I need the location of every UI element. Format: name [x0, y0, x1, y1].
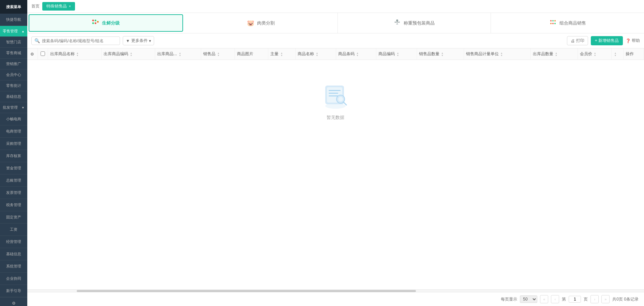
sidebar-item-qiye[interactable]: 企业协同 — [0, 273, 27, 285]
sidebar-item-pifa[interactable]: 批发管理 ▼ — [0, 102, 27, 113]
sidebar-item-jingying[interactable]: 经营管理 — [0, 236, 27, 248]
close-tab-icon[interactable]: × — [69, 4, 71, 8]
sidebar-item-zijin[interactable]: 资金管理 — [0, 162, 27, 174]
sidebar-sub-label: 基础信息 — [6, 94, 21, 98]
column-goods-code[interactable]: 商品编码 ▲▼ — [376, 48, 417, 60]
svg-rect-21 — [329, 90, 341, 91]
column-barcode[interactable]: 商品条码 ▲▼ — [336, 48, 376, 60]
sort-icon: ▲▼ — [316, 52, 318, 57]
svg-point-16 — [552, 23, 554, 24]
page-number-input[interactable] — [569, 296, 581, 303]
sidebar-item-label: 资金管理 — [6, 166, 21, 171]
sidebar-sub-shangcheng[interactable]: 零售商城 — [0, 48, 27, 59]
topbar: 首页 特殊销售品 × — [27, 0, 644, 13]
svg-point-12 — [550, 20, 552, 21]
next-page-button[interactable]: › — [590, 295, 599, 303]
active-tab[interactable]: 特殊销售品 × — [42, 2, 75, 11]
toolbar-right: 🖨 打印 + 新增销售品 ❓ 帮助 — [567, 36, 640, 45]
first-page-button[interactable]: « — [540, 295, 548, 303]
column-warehouse-name[interactable]: 出库商品名称 ▲▼ — [48, 48, 101, 60]
svg-point-13 — [552, 20, 554, 21]
cat-tab-zuhe[interactable]: 组合商品销售 — [491, 13, 644, 33]
column-warehouse-code[interactable]: 出库商品编码 ▲▼ — [101, 48, 155, 60]
svg-point-0 — [92, 20, 94, 21]
sidebar-sub-huiyuan[interactable]: 会员中心 — [0, 70, 27, 80]
column-sale-item[interactable]: 销售品 ▲▼ — [201, 48, 235, 60]
print-button[interactable]: 🖨 打印 — [567, 36, 588, 45]
select-all-checkbox[interactable] — [41, 51, 45, 56]
cat-tab-shengxian[interactable]: 生鲜分级 — [29, 14, 183, 32]
sidebar-item-label: 快捷导航 — [6, 17, 21, 22]
main-content: 首页 特殊销售品 × 生鲜分级 🐷 肉类分割 — [27, 0, 644, 306]
column-out-qty[interactable]: 出库品数量 ▲▼ — [530, 48, 578, 60]
column-main-qty[interactable]: 主量 ▲▼ — [268, 48, 296, 60]
sidebar-item-jichu2[interactable]: 基础信息 — [0, 248, 27, 260]
table-body: 暂无数据 — [27, 60, 644, 141]
column-sale-qty[interactable]: 销售品数量 ▲▼ — [417, 48, 464, 60]
column-warehouse-item[interactable]: 出库商品... ▲▼ — [155, 48, 201, 60]
column-goods-name[interactable]: 商品名称 ▲▼ — [296, 48, 336, 60]
sidebar-item-gudingzichan[interactable]: 固定资产 — [0, 211, 27, 224]
column-member-price[interactable]: 会员价 ▲▼ — [578, 48, 611, 60]
combo-icon — [549, 19, 557, 27]
print-label: 打印 — [576, 38, 584, 44]
sidebar-item-gongzi[interactable]: 工资 — [0, 224, 27, 236]
column-extra[interactable]: ▲▼ — [611, 48, 623, 60]
svg-rect-10 — [396, 24, 398, 25]
search-box[interactable]: 🔍 — [31, 36, 120, 45]
sidebar-sub-label: 零售商城 — [6, 51, 21, 55]
sidebar-sub-label: 营销推广 — [6, 62, 21, 66]
sidebar-item-lingshou[interactable]: 零售管理 ▲ — [0, 26, 27, 37]
scrollbar-thumb[interactable] — [77, 290, 416, 292]
sidebar-item-dianshang-mgmt[interactable]: 电商管理 — [0, 125, 27, 138]
column-unit[interactable]: 销售商品计量单位 ▲▼ — [464, 48, 530, 60]
sidebar-item-fapiao[interactable]: 发票管理 — [0, 187, 27, 199]
horizontal-scrollbar[interactable] — [27, 289, 644, 292]
filter-button[interactable]: ▼ 更多条件 ▾ — [123, 36, 154, 45]
sort-icon: ▲▼ — [179, 52, 181, 57]
total-info: 共0页 0条记录 — [612, 296, 639, 302]
table-header-row: ⚙ 出库商品名称 ▲▼ 出库商品编码 ▲▼ 出库商品... ▲▼ — [27, 48, 644, 60]
sidebar-item-xitong[interactable]: 系统管理 — [0, 260, 27, 273]
sidebar-item-kuaijie[interactable]: 快捷导航 — [0, 14, 27, 26]
search-icon: 🔍 — [34, 38, 40, 43]
sidebar-item-zongzhang[interactable]: 总账管理 — [0, 174, 27, 187]
svg-point-14 — [554, 20, 556, 21]
last-page-button[interactable]: » — [601, 295, 610, 303]
sidebar-item-label: 税务管理 — [6, 202, 21, 208]
cat-tab-roulei[interactable]: 🐷 肉类分割 — [184, 13, 338, 33]
sidebar-logo[interactable]: 搜索菜单 — [0, 0, 27, 14]
column-checkbox[interactable] — [38, 48, 48, 60]
sort-icon: ▲▼ — [396, 52, 399, 57]
sidebar-item-kucun[interactable]: 库存核算 — [0, 150, 27, 162]
sidebar-item-label: 系统管理 — [6, 264, 21, 269]
cat-tab-label: 生鲜分级 — [102, 20, 120, 26]
sidebar-item-label: 总账管理 — [6, 178, 21, 183]
cat-tab-label: 组合商品销售 — [559, 20, 586, 26]
sort-icon: ▲▼ — [217, 52, 220, 57]
sidebar-sub-zhihui[interactable]: 智慧门店 — [0, 37, 27, 48]
sort-icon: ▲▼ — [356, 52, 359, 57]
svg-point-15 — [550, 23, 552, 24]
sort-icon: ▲▼ — [500, 52, 503, 57]
sidebar-item-xiaodian[interactable]: 小畅电商 — [0, 113, 27, 125]
sidebar-item-caigou[interactable]: 采购管理 — [0, 138, 27, 150]
settings-icon[interactable]: ⚙ — [0, 297, 27, 306]
column-actions: 操作 — [624, 48, 644, 60]
prev-page-button[interactable]: ‹ — [551, 295, 559, 303]
sidebar-sub-jichu1[interactable]: 基础信息 — [0, 91, 27, 102]
home-breadcrumb[interactable]: 首页 — [31, 3, 40, 9]
help-button[interactable]: ❓ 帮助 — [626, 38, 640, 44]
per-page-select[interactable]: 50 10 20 100 — [520, 295, 537, 303]
shengxian-icon — [92, 19, 99, 27]
help-icon: ❓ — [626, 39, 631, 43]
sidebar-sub-yingxiao[interactable]: 营销推广 — [0, 59, 27, 70]
search-input[interactable] — [42, 39, 117, 43]
cat-tab-chengzhong[interactable]: 称重预包装商品 — [338, 13, 491, 33]
new-sale-button[interactable]: + 新增销售品 — [591, 36, 623, 45]
svg-point-17 — [554, 23, 556, 24]
sidebar-sub-tongji[interactable]: 零售统计 — [0, 80, 27, 91]
column-gear[interactable]: ⚙ — [27, 48, 38, 60]
sidebar-item-shuiwu[interactable]: 税务管理 — [0, 199, 27, 211]
sidebar-item-xinshou[interactable]: 新手引导 — [0, 285, 27, 297]
